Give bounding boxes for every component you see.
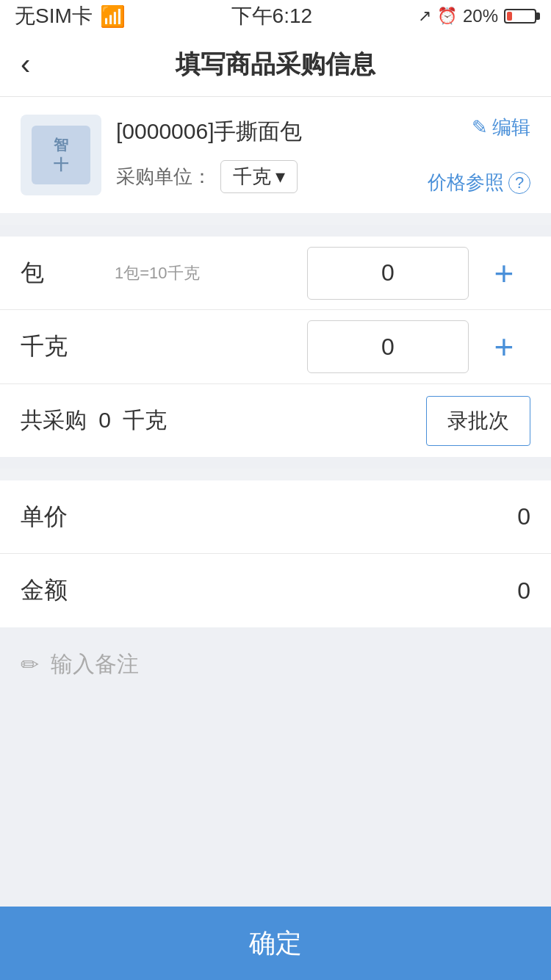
amount-row: 金额 0: [0, 554, 551, 627]
bag-label: 包: [21, 257, 109, 289]
help-icon: ?: [508, 172, 530, 194]
bottom-spacer: [0, 701, 551, 921]
page-title: 填写商品采购信息: [176, 48, 375, 82]
logo-subtext: 十: [54, 155, 68, 175]
edit-button[interactable]: ✎ 编辑: [472, 115, 530, 140]
battery-indicator: [504, 9, 536, 24]
unit-prefix: 采购单位：: [116, 164, 212, 190]
kg-input-row: 千克 +: [0, 310, 551, 383]
confirm-label: 确定: [249, 926, 302, 962]
status-left: 无SIM卡 📶: [15, 2, 126, 30]
input-section: 包 1包=10千克 + 千克 +: [0, 237, 551, 383]
plus-icon-2: +: [494, 327, 514, 367]
location-icon: ↗: [418, 7, 431, 26]
product-name: [0000006]手撕面包: [116, 117, 530, 147]
nav-bar: ‹ 填写商品采购信息: [0, 32, 551, 97]
status-time: 下午6:12: [231, 2, 313, 30]
bag-qty-input[interactable]: [307, 247, 469, 300]
summary-unit: 千克: [123, 408, 167, 432]
product-card: 智 十 [0000006]手撕面包 采购单位： 千克 ▾ ✎ 编辑 价格参照 ?: [0, 97, 551, 213]
notes-section[interactable]: ✏ 输入备注: [0, 627, 551, 701]
unit-value: 千克: [233, 164, 271, 190]
edit-icon: ✎: [472, 116, 488, 139]
battery-pct: 20%: [463, 6, 498, 26]
status-bar: 无SIM卡 📶 下午6:12 ↗ ⏰ 20%: [0, 0, 551, 32]
summary-value: 0: [98, 408, 111, 432]
section-divider-1: [0, 225, 551, 237]
kg-label: 千克: [21, 331, 109, 363]
bag-plus-button[interactable]: +: [478, 247, 530, 300]
back-button[interactable]: ‹: [21, 48, 30, 81]
price-ref-button[interactable]: 价格参照 ?: [428, 170, 530, 195]
batch-button[interactable]: 录批次: [426, 396, 530, 446]
section-divider-2: [0, 457, 551, 469]
alarm-icon: ⏰: [437, 7, 457, 26]
chevron-down-icon: ▾: [276, 165, 285, 188]
summary-text: 共采购 0 千克: [21, 406, 167, 436]
status-right: ↗ ⏰ 20%: [418, 6, 536, 26]
unit-price-label: 单价: [21, 501, 68, 533]
unit-price-row: 单价 0: [0, 480, 551, 554]
unit-select[interactable]: 千克 ▾: [220, 160, 298, 193]
bag-input-row: 包 1包=10千克 +: [0, 237, 551, 310]
batch-btn-label: 录批次: [447, 409, 509, 432]
summary-prefix: 共采购: [21, 408, 87, 432]
unit-price-value: 0: [517, 503, 530, 530]
battery-fill: [507, 12, 512, 21]
product-logo: 智 十: [32, 126, 90, 184]
carrier-text: 无SIM卡: [15, 2, 93, 30]
edit-label: 编辑: [492, 115, 530, 140]
summary-row: 共采购 0 千克 录批次: [0, 383, 551, 457]
logo-text: 智: [54, 135, 68, 155]
wifi-icon: 📶: [100, 4, 126, 29]
amount-value: 0: [517, 577, 530, 605]
price-section: 单价 0 金额 0: [0, 480, 551, 627]
product-image: 智 十: [21, 115, 101, 195]
plus-icon: +: [494, 253, 514, 293]
kg-qty-input[interactable]: [307, 320, 469, 373]
confirm-button[interactable]: 确定: [0, 907, 551, 980]
price-ref-label: 价格参照: [428, 170, 504, 195]
bag-sub-label: 1包=10千克: [115, 262, 200, 284]
amount-label: 金额: [21, 574, 68, 607]
pencil-icon: ✏: [21, 652, 39, 677]
kg-plus-button[interactable]: +: [478, 320, 530, 373]
notes-placeholder: 输入备注: [51, 649, 139, 680]
